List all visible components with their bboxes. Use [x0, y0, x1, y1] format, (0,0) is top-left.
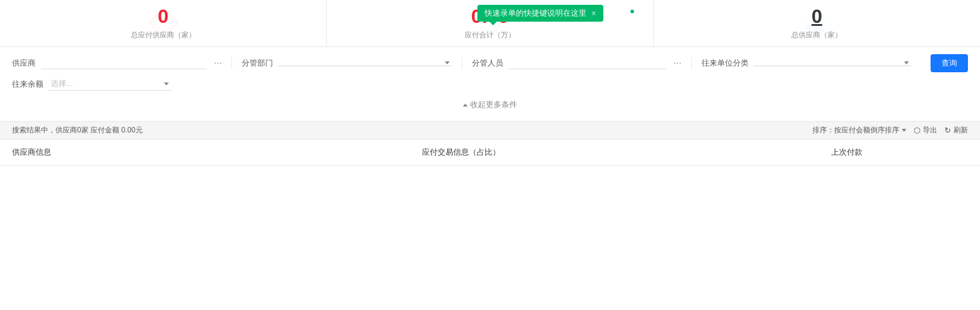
filter-unit-category-select[interactable] [753, 60, 911, 66]
filter-supplier-label: 供应商 [12, 58, 36, 69]
filter-balance: 往来余额 选择... [12, 77, 181, 91]
stat-total-payable-suppliers: 0 总应付供应商（家） [0, 0, 327, 46]
table-header: 供应商信息 应付交易信息（占比） 上次付款 [0, 140, 980, 166]
col-supplier-info: 供应商信息 [12, 147, 422, 158]
sort-label-text: 排序：按应付会额倒序排序 [812, 125, 899, 135]
export-btn[interactable]: ⬡ 导出 [914, 125, 937, 135]
chevron-down-icon-2 [904, 61, 909, 64]
filter-manager-dots[interactable]: ··· [673, 58, 681, 69]
filter-supplier-dots[interactable]: ··· [214, 58, 222, 69]
filter-unit-category-label: 往来单位分类 [702, 58, 749, 69]
tooltip-bubble: 快速录单的快捷键说明在这里 × [477, 5, 603, 22]
filter-balance-select[interactable]: 选择... [48, 77, 171, 91]
col-last-payment: 上次付款 [831, 147, 968, 158]
filter-row-1: 供应商 ··· 分管部门 分管人员 ··· 往来单位分类 查询 [12, 54, 968, 72]
table-body [0, 166, 980, 286]
query-button[interactable]: 查询 [931, 54, 968, 72]
filter-manager: 分管人员 ··· [472, 57, 692, 69]
chart-icon [802, 7, 832, 39]
stats-bar: 0 总应付供应商（家） 快速录单的快捷键说明在这里 × 0.00 应付合计（万） [0, 0, 980, 47]
svg-rect-8 [806, 22, 811, 33]
filter-balance-placeholder: 选择... [51, 78, 73, 89]
svg-rect-11 [827, 18, 832, 33]
filter-supplier-input[interactable] [41, 57, 207, 69]
svg-rect-9 [813, 17, 818, 34]
filter-supplier: 供应商 ··· [12, 57, 232, 69]
chevron-down-icon-3 [164, 82, 169, 85]
export-label: 导出 [923, 125, 937, 135]
refresh-icon: ↻ [944, 126, 951, 135]
collapse-btn[interactable]: 收起更多条件 [458, 98, 522, 111]
filter-department-select[interactable] [278, 60, 451, 66]
sort-selector[interactable]: 排序：按应付会额倒序排序 [812, 125, 906, 135]
filter-area: 供应商 ··· 分管部门 分管人员 ··· 往来单位分类 查询 [0, 47, 980, 122]
refresh-btn[interactable]: ↻ 刷新 [944, 125, 968, 135]
col-payable-info: 应付交易信息（占比） [422, 147, 832, 158]
stat-total-suppliers: 0 总供应商（家） [654, 0, 980, 46]
collapse-btn-label: 收起更多条件 [470, 99, 517, 110]
tooltip-text: 快速录单的快捷键说明在这里 [485, 8, 586, 19]
sort-chevron-icon [902, 129, 906, 132]
filter-department-label: 分管部门 [242, 58, 273, 69]
chevron-up-icon [463, 104, 468, 107]
result-bar-right: 排序：按应付会额倒序排序 ⬡ 导出 ↻ 刷新 [812, 125, 968, 135]
filter-department: 分管部门 [242, 58, 462, 69]
filter-balance-label: 往来余额 [12, 79, 43, 90]
refresh-label: 刷新 [953, 125, 968, 135]
diamond-icon [148, 7, 178, 39]
svg-rect-10 [820, 12, 825, 33]
tooltip-dot [629, 8, 635, 14]
filter-manager-input[interactable] [508, 57, 667, 69]
filter-unit-category: 往来单位分类 [702, 58, 921, 69]
export-icon: ⬡ [914, 126, 920, 135]
chevron-down-icon [445, 61, 450, 64]
stat-total-payable-amount: 快速录单的快捷键说明在这里 × 0.00 应付合计（万） [327, 0, 653, 46]
filter-row-2: 往来余额 选择... [12, 77, 968, 91]
collapse-row: 收起更多条件 [12, 96, 968, 116]
tooltip-close-btn[interactable]: × [591, 8, 596, 18]
result-bar: 搜索结果中，供应商0家 应付金额 0.00元 排序：按应付会额倒序排序 ⬡ 导出… [0, 122, 980, 140]
result-summary: 搜索结果中，供应商0家 应付金额 0.00元 [12, 125, 143, 135]
filter-manager-label: 分管人员 [472, 58, 503, 69]
